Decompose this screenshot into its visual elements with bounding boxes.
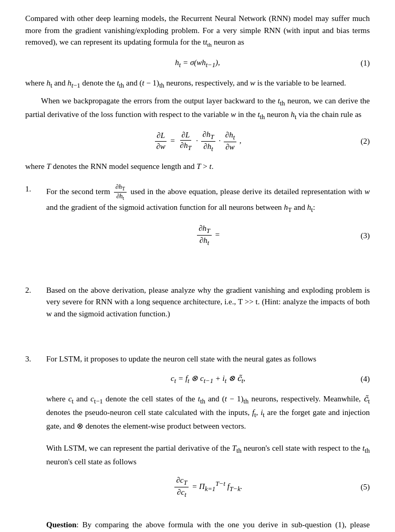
- question-3: 3. For LSTM, it proposes to update the n…: [25, 353, 370, 532]
- eq2-number: (2): [361, 135, 370, 147]
- equation-4: ct = ft ⊗ ct−1 + it ⊗ c̃t, (4): [46, 373, 370, 386]
- eq3-number: (3): [361, 230, 370, 242]
- q3-content: For LSTM, it proposes to update the neur…: [46, 353, 370, 532]
- equation-5: ∂cT ∂ct = Πk=1T−t fT−k. (5): [46, 475, 370, 499]
- question-1: 1. For the second term ∂hT ∂ht used in t…: [25, 183, 370, 255]
- q1-content: For the second term ∂hT ∂ht used in the …: [46, 183, 370, 255]
- intro-para1: Compared with other deep learning models…: [25, 13, 370, 49]
- main-content: Compared with other deep learning models…: [25, 13, 370, 532]
- intro-para4: where T denotes the RNN model sequence l…: [25, 161, 370, 173]
- q3-number: 3.: [25, 353, 46, 532]
- eq4-number: (4): [361, 373, 370, 385]
- q1-number: 1.: [25, 183, 46, 255]
- intro-para3: When we backpropagate the errors from th…: [25, 95, 370, 122]
- eq5-number: (5): [361, 481, 370, 493]
- eq1-number: (1): [361, 57, 370, 69]
- q3-question: Question: By comparing the above formula…: [46, 519, 370, 532]
- q2-number: 2.: [25, 284, 46, 324]
- equation-1: ht = σ(wht−1), (1): [25, 57, 370, 70]
- equation-3: ∂hT ∂ht = (3): [46, 224, 370, 248]
- equation-2: ∂L ∂w = ∂L ∂hT · ∂hT ∂ht · ∂ht ∂w , (2): [25, 130, 370, 154]
- question-2: 2. Based on the above derivation, please…: [25, 284, 370, 324]
- intro-para2: where ht and ht−1 denote the tth and (t …: [25, 77, 370, 91]
- q2-content: Based on the above derivation, please an…: [46, 284, 370, 324]
